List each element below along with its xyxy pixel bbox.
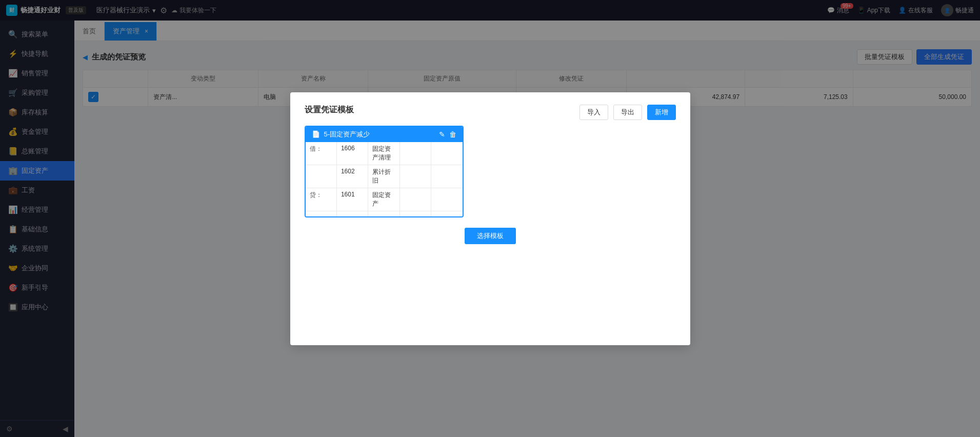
entry-code-1: 1606 (337, 142, 368, 165)
entry-credit-4 (431, 211, 462, 216)
template-card-header: 📄 5-固定资产减少 ✎ 🗑 (306, 127, 463, 142)
template-edit-icon[interactable]: ✎ (439, 130, 445, 138)
modal-toolbar: 导入 导出 新增 (579, 105, 676, 120)
template-doc-icon: 📄 (312, 130, 320, 138)
entry-code-4 (337, 211, 368, 216)
template-card-body: 借： 1606 固定资产清理 1602 累计折旧 贷： (306, 142, 463, 216)
template-entry-row-3: 贷： 1601 固定资产 (306, 188, 463, 211)
template-entry-row-2: 1602 累计折旧 (306, 165, 463, 188)
entry-type-4 (306, 211, 337, 216)
template-card: 📄 5-固定资产减少 ✎ 🗑 借： 1606 固定资产清理 (305, 126, 464, 217)
entry-credit-2 (431, 165, 462, 188)
template-header-left: 📄 5-固定资产减少 (312, 130, 370, 139)
entry-account-1: 固定资产清理 (368, 142, 399, 165)
export-button[interactable]: 导出 (613, 105, 642, 120)
entry-debit-1 (400, 142, 431, 165)
modal-overlay: 设置凭证模板 × 导入 导出 新增 📄 5-固定资产减少 ✎ 🗑 (0, 0, 980, 437)
modal-dialog: 设置凭证模板 × 导入 导出 新增 📄 5-固定资产减少 ✎ 🗑 (290, 92, 690, 345)
entry-type-1: 借： (306, 142, 337, 165)
entry-debit-3 (400, 188, 431, 211)
modal-body: 📄 5-固定资产减少 ✎ 🗑 借： 1606 固定资产清理 (305, 126, 676, 331)
modal-title: 设置凭证模板 (305, 105, 354, 115)
entry-account-2: 累计折旧 (368, 165, 399, 188)
template-entry-row-4 (306, 211, 463, 216)
new-template-button[interactable]: 新增 (647, 105, 676, 120)
entry-account-3: 固定资产 (368, 188, 399, 211)
template-delete-icon[interactable]: 🗑 (449, 130, 456, 138)
entry-type-2 (306, 165, 337, 188)
entry-debit-4 (400, 211, 431, 216)
import-button[interactable]: 导入 (579, 105, 608, 120)
entry-type-3: 贷： (306, 188, 337, 211)
entry-code-2: 1602 (337, 165, 368, 188)
template-entry-row-1: 借： 1606 固定资产清理 (306, 142, 463, 165)
entry-debit-2 (400, 165, 431, 188)
template-header-actions: ✎ 🗑 (439, 130, 456, 138)
entry-code-3: 1601 (337, 188, 368, 211)
template-name: 5-固定资产减少 (324, 130, 370, 139)
entry-credit-3 (431, 188, 462, 211)
entry-credit-1 (431, 142, 462, 165)
select-template-button[interactable]: 选择模板 (465, 228, 516, 244)
entry-account-4 (368, 211, 399, 216)
